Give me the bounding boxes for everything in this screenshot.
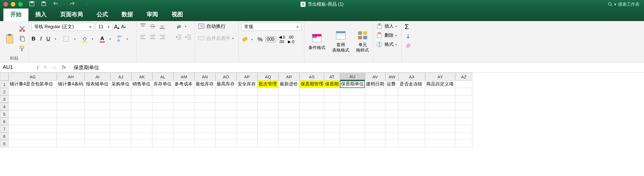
cell[interactable]	[425, 132, 455, 140]
column-header[interactable]: AI	[85, 73, 110, 81]
fill-color-icon[interactable]: ◇	[82, 35, 87, 42]
tab-view[interactable]: 视图	[165, 8, 190, 21]
cell[interactable]	[300, 88, 324, 95]
cell[interactable]	[324, 125, 340, 132]
cell[interactable]	[110, 103, 131, 110]
chevron-down-icon[interactable]: ▾	[60, 4, 63, 7]
cell[interactable]	[340, 125, 365, 132]
align-middle-icon[interactable]	[149, 23, 156, 30]
cell[interactable]	[131, 118, 152, 125]
row-header[interactable]: 2	[0, 88, 9, 95]
cell[interactable]	[57, 88, 85, 95]
cell[interactable]	[340, 95, 365, 103]
cell[interactable]	[152, 125, 173, 132]
bold-button[interactable]: B	[32, 36, 36, 42]
name-box-stepper[interactable]: ▲▼	[36, 65, 39, 70]
cell[interactable]	[398, 95, 425, 103]
cell[interactable]	[279, 140, 300, 147]
cell[interactable]	[455, 140, 472, 147]
column-header[interactable]: AR	[279, 73, 300, 81]
enter-formula-icon[interactable]: ✓	[53, 64, 57, 71]
cell[interactable]	[324, 95, 340, 103]
cell[interactable]	[110, 110, 131, 118]
column-header[interactable]: AK	[131, 73, 152, 81]
cell[interactable]	[385, 103, 398, 110]
chevron-down-icon[interactable]: ▾	[109, 37, 113, 40]
cell[interactable]	[85, 125, 110, 132]
chevron-down-icon[interactable]: ▾	[395, 43, 399, 46]
close-window-icon[interactable]	[3, 2, 8, 7]
cell[interactable]	[152, 132, 173, 140]
cell[interactable]	[236, 125, 257, 132]
cell[interactable]	[9, 110, 57, 118]
cell[interactable]	[455, 110, 472, 118]
cell[interactable]	[85, 118, 110, 125]
minimize-window-icon[interactable]	[11, 2, 15, 7]
cell[interactable]	[173, 140, 194, 147]
cell[interactable]	[215, 132, 236, 140]
wrap-text-button[interactable]: 自动换行	[198, 23, 236, 30]
qat-customize-icon[interactable]: ▾	[86, 2, 90, 7]
cancel-formula-icon[interactable]: ✕	[43, 64, 47, 71]
cell[interactable]	[236, 110, 257, 118]
cell[interactable]	[425, 88, 455, 95]
cell[interactable]	[57, 103, 85, 110]
cell[interactable]	[9, 103, 57, 110]
tab-data[interactable]: 数据	[115, 8, 140, 21]
cell[interactable]: 采购单位	[110, 81, 131, 88]
decrease-font-icon[interactable]: A▾	[121, 24, 126, 29]
cell[interactable]	[85, 140, 110, 147]
chevron-down-icon[interactable]: ▾	[185, 25, 188, 28]
cell[interactable]	[110, 118, 131, 125]
column-header[interactable]: AM	[173, 73, 194, 81]
cell[interactable]	[236, 95, 257, 103]
cell[interactable]: 保质期	[324, 81, 340, 88]
cell-style-button[interactable]: 单元 格样式	[355, 28, 370, 54]
cell[interactable]	[300, 110, 324, 118]
cell[interactable]	[131, 140, 152, 147]
spreadsheet-grid[interactable]: 123456789 AG辅计量4是否包装单位AH辅计量4条码AI报表辅单位AJ采…	[0, 73, 644, 147]
cell[interactable]	[215, 103, 236, 110]
cell[interactable]	[131, 95, 152, 103]
cell[interactable]	[215, 110, 236, 118]
increase-font-icon[interactable]: A▴	[114, 24, 119, 30]
cell[interactable]	[398, 118, 425, 125]
insert-cells-button[interactable]: 插入▾	[376, 23, 399, 30]
table-format-button[interactable]: 套用 表格格式	[331, 28, 350, 54]
row-header[interactable]: 7	[0, 125, 9, 132]
cell[interactable]	[455, 118, 472, 125]
cell[interactable]	[385, 95, 398, 103]
paste-button[interactable]	[3, 32, 16, 46]
cell[interactable]: 是否走冻链	[398, 81, 425, 88]
format-cells-button[interactable]: 格式▾	[376, 41, 399, 48]
cell[interactable]: 最新进价	[279, 81, 300, 88]
conditional-format-button[interactable]: 条件格式	[307, 31, 327, 52]
cell[interactable]	[194, 110, 215, 118]
tab-review[interactable]: 审阅	[140, 8, 165, 21]
column-header[interactable]: AL	[152, 73, 173, 81]
cell[interactable]	[257, 132, 279, 140]
cell[interactable]	[398, 140, 425, 147]
clear-icon[interactable]	[405, 42, 412, 49]
cell[interactable]	[385, 118, 398, 125]
cell[interactable]	[9, 88, 57, 95]
column-header[interactable]: AS	[300, 73, 324, 81]
cell[interactable]	[300, 118, 324, 125]
cell[interactable]	[57, 110, 85, 118]
cell[interactable]	[194, 118, 215, 125]
autosave-icon[interactable]	[29, 1, 35, 8]
cell[interactable]	[257, 140, 279, 147]
cell[interactable]	[194, 95, 215, 103]
cell[interactable]	[215, 118, 236, 125]
cell[interactable]	[279, 103, 300, 110]
cell[interactable]	[425, 103, 455, 110]
cell[interactable]	[365, 132, 385, 140]
cell[interactable]	[279, 95, 300, 103]
save-icon[interactable]	[41, 1, 47, 8]
cell[interactable]: 最高库存	[215, 81, 236, 88]
cell[interactable]: 保质期管理	[300, 81, 324, 88]
cell[interactable]	[131, 110, 152, 118]
column-header[interactable]: AH	[57, 73, 85, 81]
cell[interactable]	[365, 103, 385, 110]
align-bottom-icon[interactable]	[159, 23, 166, 30]
